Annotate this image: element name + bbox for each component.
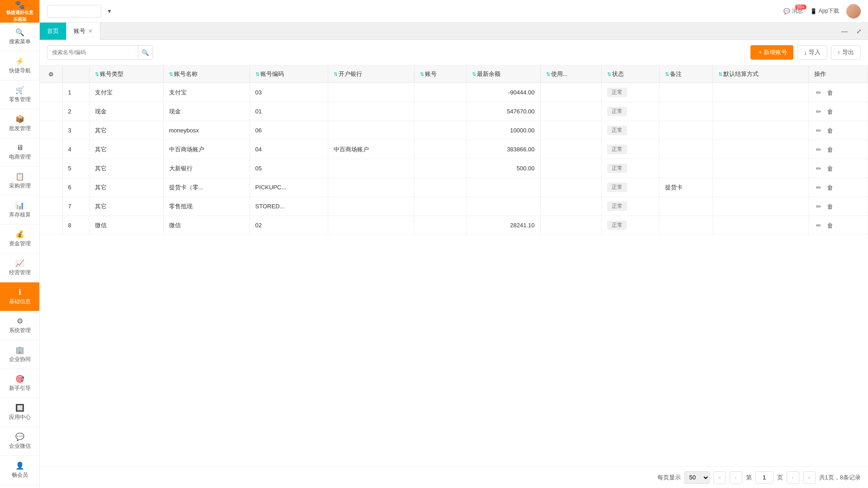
col-name[interactable]: ⇅账号名称 (163, 66, 250, 83)
col-usage[interactable]: ⇅使用... (540, 66, 601, 83)
cell-num: 4 (62, 140, 90, 159)
wholesale-icon: 📦 (3, 115, 37, 123)
cell-type: 其它 (90, 121, 163, 140)
edit-button[interactable]: ✏ (814, 126, 823, 135)
next-page-button[interactable]: › (787, 471, 799, 484)
edit-button[interactable]: ✏ (814, 202, 823, 211)
system-icon: ⚙ (3, 317, 37, 325)
col-type[interactable]: ⇅账号类型 (90, 66, 163, 83)
cell-code: 05 (250, 159, 328, 178)
sidebar-item-operations[interactable]: 📈 经营管理 (0, 253, 39, 282)
first-page-button[interactable]: « (713, 471, 726, 484)
tab-account[interactable]: 账号 ✕ (66, 23, 100, 40)
sidebar-item-system[interactable]: ⚙ 系统管理 (0, 311, 39, 340)
col-account[interactable]: ⇅账号 (415, 66, 467, 83)
delete-button[interactable]: 🗑 (825, 221, 835, 230)
sidebar-item-member[interactable]: 👤 畅会员 (0, 456, 39, 485)
delete-button[interactable]: 🗑 (825, 164, 835, 173)
cell-usage (540, 83, 601, 102)
message-button[interactable]: 💬 消息 99+ (783, 7, 803, 15)
add-account-button[interactable]: + 新增账号 (750, 45, 793, 60)
tab-minimize-button[interactable]: — (839, 26, 850, 37)
col-default-payment[interactable]: ⇅默认结算方式 (713, 66, 808, 83)
shortcut-icon: ⚡ (3, 57, 37, 66)
delete-button[interactable]: 🗑 (825, 183, 835, 192)
cell-code: 03 (250, 83, 328, 102)
col-settings[interactable]: ⚙ (40, 66, 62, 83)
topbar-dropdown[interactable]: ▼ (107, 8, 112, 14)
search-button[interactable]: 🔍 (138, 45, 152, 60)
cell-default-payment (713, 197, 808, 216)
cell-bank (328, 102, 415, 121)
sidebar-item-finance[interactable]: 💰 资金管理 (0, 225, 39, 253)
app-download-button[interactable]: 📱 App下载 (810, 7, 839, 15)
delete-button[interactable]: 🗑 (825, 107, 835, 116)
cell-default-payment (713, 216, 808, 235)
last-page-button[interactable]: » (803, 471, 816, 484)
settings-gear-icon: ⚙ (48, 71, 54, 78)
cell-code: 06 (250, 121, 328, 140)
cell-remark (659, 102, 713, 121)
sidebar-item-enterprise[interactable]: 🏢 企业协同 (0, 340, 39, 369)
cell-num: 8 (62, 216, 90, 235)
wechat-icon: 💬 (3, 432, 37, 441)
import-button[interactable]: ↓ 导入 (797, 45, 827, 60)
prev-page-button[interactable]: ‹ (730, 471, 742, 484)
cell-balance (467, 197, 540, 216)
delete-button[interactable]: 🗑 (825, 88, 835, 97)
cell-name: 提货卡（零... (163, 178, 250, 197)
appcenter-icon: 🔲 (3, 404, 37, 412)
tab-close-icon[interactable]: ✕ (88, 28, 93, 34)
col-bank[interactable]: ⇅开户银行 (328, 66, 415, 83)
col-balance[interactable]: ⇅最新余额 (467, 66, 540, 83)
cell-balance: 547670.00 (467, 102, 540, 121)
edit-button[interactable]: ✏ (814, 145, 823, 154)
cell-status: 正常 (601, 178, 659, 197)
cell-name: moneybosx (163, 121, 250, 140)
page-size-select[interactable]: 50 10 20 100 (684, 471, 710, 484)
sidebar-item-label: 库存核算 (3, 211, 37, 219)
main-area: ▼ 💬 消息 99+ 📱 App下载 首页 账号 ✕ — ⤢ (40, 0, 868, 488)
search-input[interactable] (47, 49, 138, 56)
delete-button[interactable]: 🗑 (825, 202, 835, 211)
table-row: 2 现金 现金 01 547670.00 正常 ✏ 🗑 (40, 102, 868, 121)
col-status[interactable]: ⇅状态 (601, 66, 659, 83)
sidebar-item-label: 采购管理 (3, 182, 37, 190)
cell-action: ✏ 🗑 (808, 102, 868, 121)
sidebar-item-search[interactable]: 🔍 搜索菜单 (0, 23, 39, 52)
user-avatar[interactable] (846, 4, 861, 19)
sidebar-item-shortcut[interactable]: ⚡ 快捷导航 (0, 52, 39, 80)
sidebar-item-purchase[interactable]: 📋 采购管理 (0, 167, 39, 196)
sidebar-item-ecommerce[interactable]: 🖥 电商管理 (0, 138, 39, 167)
edit-button[interactable]: ✏ (814, 221, 823, 230)
cell-balance: -90444.00 (467, 83, 540, 102)
col-code[interactable]: ⇅账号编码 (250, 66, 328, 83)
cell-status: 正常 (601, 216, 659, 235)
sidebar-item-retail[interactable]: 🛒 零售管理 (0, 80, 39, 109)
cell-name: 中百商场账户 (163, 140, 250, 159)
edit-button[interactable]: ✏ (814, 164, 823, 173)
delete-button[interactable]: 🗑 (825, 126, 835, 135)
sidebar-item-wechat[interactable]: 💬 企业微信 (0, 427, 39, 456)
sidebar-item-guide[interactable]: 🎯 新手引导 (0, 369, 39, 398)
topbar-search-input[interactable] (47, 5, 101, 18)
edit-button[interactable]: ✏ (814, 183, 823, 192)
sidebar-item-wholesale[interactable]: 📦 批发管理 (0, 109, 39, 138)
cell-settings (40, 102, 62, 121)
cell-default-payment (713, 140, 808, 159)
col-remark[interactable]: ⇅备注 (659, 66, 713, 83)
sidebar-item-inventory[interactable]: 📊 库存核算 (0, 196, 39, 225)
sidebar-item-appcenter[interactable]: 🔲 应用中心 (0, 398, 39, 427)
table-row: 5 其它 大新银行 05 500.00 正常 ✏ 🗑 (40, 159, 868, 178)
tab-home[interactable]: 首页 (40, 23, 66, 40)
delete-button[interactable]: 🗑 (825, 145, 835, 154)
export-button[interactable]: ↑ 导出 (831, 45, 861, 60)
cell-default-payment (713, 102, 808, 121)
edit-button[interactable]: ✏ (814, 88, 823, 97)
tab-maximize-button[interactable]: ⤢ (854, 26, 864, 37)
edit-button[interactable]: ✏ (814, 107, 823, 116)
cell-type: 微信 (90, 216, 163, 235)
sidebar-item-basic[interactable]: ℹ 基础信息 (0, 282, 39, 311)
search-box: 🔍 (47, 45, 153, 60)
page-number-input[interactable] (755, 471, 774, 484)
